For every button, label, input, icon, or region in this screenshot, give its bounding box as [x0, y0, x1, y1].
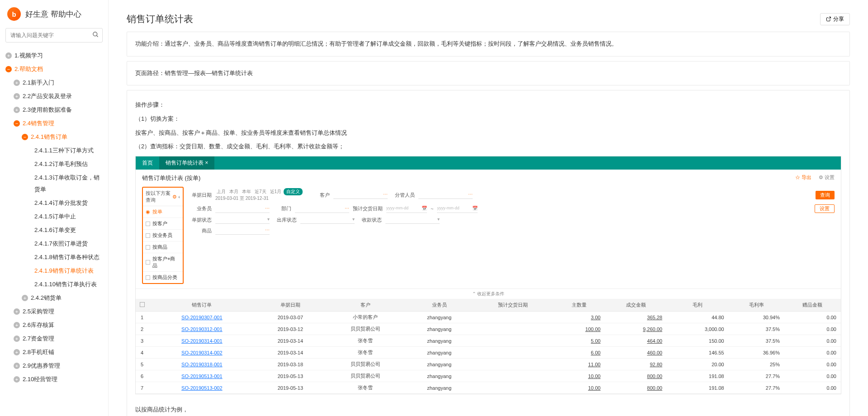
expand-icon[interactable]: +: [14, 376, 20, 383]
date-pill: 近1月: [269, 189, 283, 195]
date-pill-active: 自定义: [284, 188, 303, 195]
nav-item[interactable]: 2.4销售管理: [23, 120, 54, 127]
expand-icon[interactable]: +: [14, 93, 20, 99]
filter-label: 部门: [273, 205, 291, 212]
export-action: ☆ 导出: [795, 174, 811, 182]
scheme-item: ◉按单: [143, 206, 183, 218]
date-pill: 近7天: [253, 189, 268, 195]
share-button[interactable]: 分享: [820, 13, 850, 25]
table-header: 单据日期: [256, 299, 325, 312]
filter-label: 单据日期: [188, 192, 212, 199]
expand-icon[interactable]: +: [14, 80, 20, 86]
search-icon[interactable]: [92, 31, 99, 39]
step1-text: 按客户、按商品、按客户＋商品、按单、按业务员等维度来查看销售订单总体情况: [135, 128, 841, 139]
table-header: 预计交货日期: [473, 299, 553, 312]
logo-icon: b: [7, 7, 21, 21]
nav-item[interactable]: 2.2产品安装及登录: [23, 93, 72, 99]
step1-number: （1）切换方案：: [135, 113, 841, 125]
search-input[interactable]: [5, 28, 103, 43]
date-pill: 本年: [241, 189, 252, 195]
path-label: 页面路径：: [135, 70, 165, 76]
expand-icon[interactable]: +: [14, 363, 20, 369]
filter-label: 单据状态: [188, 217, 212, 223]
scheme-item: 按业务员: [143, 230, 183, 241]
table-header: 业务员: [406, 299, 473, 312]
nav-item[interactable]: 2.帮助文档: [14, 66, 43, 72]
filter-label: 预计交货日期: [353, 205, 383, 212]
filter-label: 出库状态: [273, 217, 297, 223]
nav-item[interactable]: 2.3使用前数据准备: [23, 106, 72, 113]
filter-field: ▾: [385, 216, 440, 224]
nav-item[interactable]: 2.10经营管理: [23, 376, 57, 383]
steps-label: 操作步骤：: [135, 99, 841, 111]
expand-icon[interactable]: +: [5, 52, 12, 59]
sidebar: b 好生意 帮助中心 +1.视频学习 −2.帮助文档 +2.1新手入门 +2.2…: [0, 0, 109, 416]
nav-item[interactable]: 2.4.1.1三种下订单方式: [34, 147, 94, 154]
filter-form: 单据日期 上月 本月 本年 近7天 近1月 自定义 2: [188, 187, 835, 284]
collapse-icon[interactable]: −: [5, 66, 12, 72]
filter-field: ⋯: [333, 191, 388, 199]
table-header: 销售订单: [148, 299, 256, 312]
table-row: 3SO-20190314-0012019-03-14张冬雪zhangyang5.…: [136, 335, 841, 347]
nav-item[interactable]: 2.4.1.6订单变更: [34, 227, 76, 233]
nav-item[interactable]: 2.1新手入门: [23, 79, 54, 86]
step2-text: （2）查询指标：交货日期、数量、成交金额、毛利、毛利率、累计收款金额等；: [135, 141, 841, 152]
nav-item-current[interactable]: 2.4.1.9销售订单统计表: [34, 267, 94, 274]
nav-item[interactable]: 2.4.1.8销售订单各种状态: [34, 254, 100, 260]
nav-item[interactable]: 2.4.1.3订单收取订金，销货单: [34, 174, 100, 193]
nav-item[interactable]: 2.4.2销货单: [31, 294, 62, 301]
nav-item[interactable]: 2.4.1销售订单: [31, 133, 67, 140]
brand-title: 好生意 帮助中心: [25, 9, 81, 19]
nav-item[interactable]: 2.8手机旺铺: [23, 349, 54, 355]
filter-label: 业务员: [188, 205, 212, 212]
filter-label: 商品: [188, 227, 212, 234]
filter-field: ⋯: [215, 227, 270, 235]
nav-tree: +1.视频学习 −2.帮助文档 +2.1新手入门 +2.2产品安装及登录 +2.…: [5, 49, 103, 386]
nav-item[interactable]: 2.7资金管理: [23, 335, 54, 342]
nav-item[interactable]: 2.9优惠券管理: [23, 362, 60, 369]
nav-item[interactable]: 2.4.1.4订单分批发货: [34, 199, 88, 206]
intro-label: 功能介绍：: [135, 40, 165, 47]
table-row: 7SO-20190513-0022019-05-13张冬雪zhangyang10…: [136, 382, 841, 394]
svg-point-0: [93, 32, 97, 36]
filter-field: yyyy-mm-dd📅: [437, 205, 478, 213]
expand-icon[interactable]: +: [14, 322, 20, 328]
share-label: 分享: [833, 15, 844, 23]
collapse-icon[interactable]: −: [14, 120, 20, 127]
intro-card: 功能介绍：通过客户、业务员、商品等维度查询销售订单的明细汇总情况；有助于管理者了…: [127, 32, 850, 57]
scheme-item: 按客户+商品: [143, 253, 183, 272]
expand-icon[interactable]: +: [14, 107, 20, 113]
collapse-icon[interactable]: −: [22, 134, 28, 140]
table-header: 毛利: [667, 299, 729, 312]
filter-label: 客户: [306, 192, 330, 199]
nav-item[interactable]: 2.4.1.7依照订单进货: [34, 240, 88, 247]
intro-text: 通过客户、业务员、商品等维度查询销售订单的明细汇总情况；有助于管理者了解订单成交…: [165, 40, 617, 47]
filter-field: ⋯: [418, 191, 473, 199]
filter-field: ⋯: [295, 205, 349, 213]
nav-item[interactable]: 2.5采购管理: [23, 308, 54, 315]
table-row: 5SO-20190318-0012019-03-18贝贝贸易公司zhangyan…: [136, 359, 841, 370]
nav-item[interactable]: 2.4.1.2订单毛利预估: [34, 161, 88, 167]
nav-item[interactable]: 2.4.1.5订单中止: [34, 213, 76, 220]
brand: b 好生意 帮助中心: [5, 7, 103, 21]
setting-action: ⚙ 设置: [819, 174, 835, 182]
scheme-item: 按商品分类: [143, 272, 183, 283]
nav-item[interactable]: 2.4.1.10销售订单执行表: [34, 281, 97, 288]
table-header: 赠品金额: [784, 299, 841, 312]
expand-icon[interactable]: +: [14, 349, 20, 355]
query-button: 查询: [816, 191, 835, 199]
expand-icon[interactable]: +: [14, 336, 20, 342]
date-pill: 上月: [215, 189, 227, 195]
expand-icon[interactable]: +: [14, 308, 20, 315]
table-header: 主数量: [553, 299, 605, 312]
nav-item[interactable]: 2.6库存核算: [23, 321, 54, 328]
expand-icon[interactable]: +: [22, 295, 28, 301]
shot-tab-active: 销售订单统计表 ×: [159, 156, 214, 170]
main-content: 销售订单统计表 分享 功能介绍：通过客户、业务员、商品等维度查询销售订单的明细汇…: [109, 0, 868, 416]
shot-tab-home: 首页: [136, 156, 159, 170]
nav-item[interactable]: 1.视频学习: [14, 52, 43, 59]
collapse-bar: ⌃ 收起更多条件: [136, 288, 841, 299]
table-row: 1SO-20190307-0012019-03-07小常的客户zhangyang…: [136, 312, 841, 323]
example-intro: 以按商品统计为例，: [135, 404, 841, 416]
scheme-item: 按客户: [143, 218, 183, 230]
